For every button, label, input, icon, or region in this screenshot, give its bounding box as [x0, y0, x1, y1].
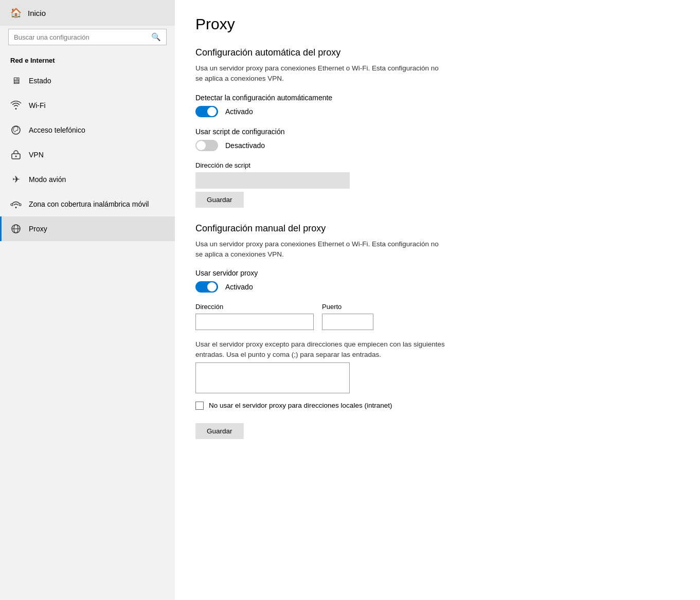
local-intranet-label: No usar el servidor proxy para direccion…: [209, 402, 392, 409]
vpn-label: VPN: [29, 151, 44, 159]
search-input[interactable]: [14, 33, 151, 41]
exceptions-textarea[interactable]: [195, 362, 350, 393]
script-toggle-label: Desactivado: [225, 141, 265, 150]
svg-point-3: [11, 204, 13, 206]
manual-config-save-button[interactable]: Guardar: [195, 423, 244, 439]
proxy-toggle[interactable]: [195, 281, 218, 293]
detect-toggle-label: Activado: [225, 107, 253, 116]
manual-config-description: Usa un servidor proxy para conexiones Et…: [195, 239, 447, 260]
svg-point-0: [12, 126, 20, 134]
estado-label: Estado: [29, 77, 51, 85]
zona-cobertura-icon: [10, 198, 22, 210]
vpn-icon: [10, 149, 22, 160]
script-toggle[interactable]: [195, 140, 218, 151]
port-group: Puerto: [322, 303, 373, 330]
svg-point-4: [19, 204, 21, 206]
detect-label: Detectar la configuración automáticament…: [195, 94, 669, 102]
address-port-row: Dirección Puerto: [195, 303, 669, 330]
auto-config-save-button[interactable]: Guardar: [195, 192, 244, 208]
auto-config-description: Usa un servidor proxy para conexiones Et…: [195, 63, 447, 84]
search-box: 🔍: [8, 29, 167, 45]
sidebar-item-inicio[interactable]: 🏠 Inicio: [0, 0, 175, 26]
exceptions-description: Usar el servidor proxy excepto para dire…: [195, 339, 447, 360]
modo-avion-icon: ✈: [10, 174, 22, 185]
inicio-label: Inicio: [28, 9, 46, 17]
auto-config-title: Configuración automática del proxy: [195, 47, 669, 58]
acceso-telefonico-icon: [10, 124, 22, 136]
address-group: Dirección: [195, 303, 314, 330]
address-input[interactable]: [195, 314, 314, 330]
proxy-toggle-label: Activado: [225, 283, 253, 291]
port-input[interactable]: [322, 314, 373, 330]
proxy-server-label: Usar servidor proxy: [195, 269, 669, 277]
modo-avion-label: Modo avión: [29, 175, 66, 184]
script-label: Usar script de configuración: [195, 128, 669, 136]
proxy-label: Proxy: [29, 225, 47, 233]
script-address-label: Dirección de script: [195, 161, 669, 169]
estado-icon: 🖥: [10, 75, 22, 86]
sidebar-item-estado[interactable]: 🖥 Estado: [0, 68, 175, 93]
wifi-label: Wi-Fi: [29, 101, 46, 110]
sidebar-item-zona-cobertura[interactable]: Zona con cobertura inalámbrica móvil: [0, 192, 175, 216]
sidebar: 🏠 Inicio 🔍 Red e Internet 🖥 Estado Wi-Fi: [0, 0, 175, 600]
checkbox-row: No usar el servidor proxy para direccion…: [195, 402, 669, 410]
detect-toggle-row: Activado: [195, 106, 669, 117]
home-icon: 🏠: [10, 7, 22, 19]
sidebar-item-proxy[interactable]: Proxy: [0, 216, 175, 241]
script-address-input[interactable]: [195, 172, 350, 189]
section-label: Red e Internet: [0, 53, 175, 68]
sidebar-item-wifi[interactable]: Wi-Fi: [0, 93, 175, 118]
proxy-icon: [10, 223, 22, 234]
manual-config-title: Configuración manual del proxy: [195, 223, 669, 234]
local-intranet-checkbox[interactable]: [195, 402, 204, 410]
sidebar-item-vpn[interactable]: VPN: [0, 142, 175, 167]
sidebar-item-acceso-telefonico[interactable]: Acceso telefónico: [0, 118, 175, 142]
detect-toggle[interactable]: [195, 106, 218, 117]
main-content: Proxy Configuración automática del proxy…: [175, 0, 700, 600]
port-label: Puerto: [322, 303, 373, 311]
sidebar-item-modo-avion[interactable]: ✈ Modo avión: [0, 167, 175, 192]
proxy-toggle-row: Activado: [195, 281, 669, 293]
svg-point-2: [15, 156, 17, 157]
wifi-icon: [10, 100, 22, 111]
search-button[interactable]: 🔍: [151, 32, 161, 42]
acceso-telefonico-label: Acceso telefónico: [29, 126, 85, 134]
page-title: Proxy: [195, 15, 669, 33]
script-toggle-row: Desactivado: [195, 140, 669, 151]
zona-cobertura-label: Zona con cobertura inalámbrica móvil: [29, 200, 149, 208]
address-label: Dirección: [195, 303, 314, 311]
